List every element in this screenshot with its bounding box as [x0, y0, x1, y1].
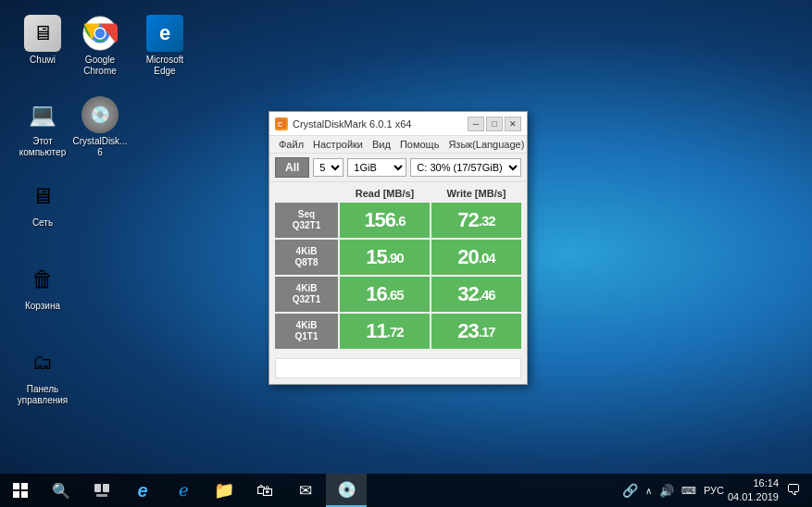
bench-row-4k-q32t1: 4KiBQ32T1 16.65 32.46 [275, 277, 521, 312]
desktop-icon-chrome[interactable]: GoogleChrome [69, 11, 131, 80]
header-col0 [275, 186, 338, 201]
row-label-4k-q8t8: 4KiBQ8T8 [275, 240, 338, 275]
taskbar-right: 🔗 ∧ 🔊 ⌨ РУС 16:14 04.01.2019 🗨 [622, 476, 812, 505]
taskbar-clock[interactable]: 16:14 04.01.2019 [728, 476, 779, 505]
notifications-button[interactable]: 🗨 [782, 482, 805, 499]
clock-date: 04.01.2019 [728, 490, 779, 504]
desktop: 🖥 Chuwi GoogleChrome e MicrosoftEd [0, 0, 812, 507]
all-button[interactable]: All [275, 157, 309, 178]
computer-label: Этоткомпьютер [19, 136, 66, 158]
write-seq: 72.32 [431, 203, 521, 238]
bench-row-4k-q8t8: 4KiBQ8T8 15.90 20.04 [275, 240, 521, 275]
minimize-button[interactable]: ─ [468, 117, 484, 131]
system-tray: 🔗 ∧ 🔊 ⌨ РУС [622, 483, 724, 498]
tray-network-icon: 🔗 [622, 483, 638, 498]
app-icon: C [275, 117, 288, 130]
svg-rect-9 [21, 491, 28, 498]
close-button[interactable]: ✕ [505, 117, 521, 131]
bench-row-seq: SeqQ32T1 156.6 72.32 [275, 203, 521, 238]
window-title-bar: C CrystalDiskMark 6.0.1 x64 ─ □ ✕ [269, 112, 527, 136]
tray-lang[interactable]: РУС [704, 485, 724, 496]
desktop-icon-computer[interactable]: 💻 Этоткомпьютер [11, 93, 74, 162]
taskbar-crystaldisk-active[interactable]: 💿 [326, 474, 367, 507]
menu-settings[interactable]: Настройки [309, 138, 367, 151]
tray-volume[interactable]: 🔊 [659, 484, 674, 498]
chuwi-label: Chuwi [30, 55, 56, 66]
tray-chevron[interactable]: ∧ [645, 486, 652, 496]
taskbar-mail[interactable]: ✉ [285, 474, 326, 507]
desktop-icon-trash[interactable]: 🗑 Корзина [11, 257, 74, 315]
write-4k-q8t8: 20.04 [431, 240, 521, 275]
svg-rect-6 [13, 483, 19, 489]
bench-row-4k-q1t1: 4KiBQ1T1 11.72 23.17 [275, 314, 521, 349]
svg-point-3 [95, 29, 105, 38]
search-button[interactable]: 🔍 [41, 474, 81, 507]
taskbar-explorer[interactable]: 📁 [204, 474, 244, 507]
menu-file[interactable]: Файл [275, 138, 307, 151]
crystaldisk-label: CrystalDisk...6 [73, 136, 128, 158]
network-label: Сеть [32, 217, 53, 229]
cpanel-label: Панельуправления [18, 384, 69, 406]
menu-view[interactable]: Вид [369, 138, 394, 151]
window-title: CrystalDiskMark 6.0.1 x64 [293, 118, 411, 130]
maximize-button[interactable]: □ [486, 117, 503, 131]
taskbar-store[interactable]: 🛍 [244, 474, 285, 507]
desktop-icon-chuwi[interactable]: 🖥 Chuwi [11, 11, 74, 69]
desktop-icon-network[interactable]: 🖥 Сеть [11, 174, 74, 232]
row-label-4k-q1t1: 4KiBQ1T1 [275, 314, 338, 349]
chrome-label: GoogleChrome [83, 55, 117, 77]
svg-rect-8 [13, 491, 19, 498]
desktop-icon-cpanel[interactable]: 🗂 Панельуправления [11, 340, 74, 410]
tray-keyboard: ⌨ [681, 485, 696, 497]
runs-select[interactable]: 5 13 [313, 158, 344, 177]
start-button[interactable] [0, 474, 41, 507]
taskbar: 🔍 e ℯ 📁 🛍 ✉ 💿 🔗 ∧ 🔊 ⌨ [0, 474, 812, 507]
svg-text:C: C [278, 121, 282, 128]
read-seq: 156.6 [340, 203, 430, 238]
svg-rect-11 [103, 484, 109, 492]
menu-help[interactable]: Помощь [396, 138, 443, 151]
read-4k-q32t1: 16.65 [340, 277, 430, 312]
toolbar: All 5 13 1GiB 512MiB4GiB C: 30% (17/57Gi… [269, 154, 527, 182]
crystaldiskmark-window: C CrystalDiskMark 6.0.1 x64 ─ □ ✕ Файл Н… [269, 111, 528, 385]
row-label-4k-q32t1: 4KiBQ32T1 [275, 277, 338, 312]
desktop-icon-crystaldisk[interactable]: 💿 CrystalDisk...6 [69, 93, 131, 162]
trash-label: Корзина [25, 301, 60, 312]
read-4k-q1t1: 11.72 [340, 314, 430, 349]
clock-time: 16:14 [728, 476, 779, 490]
header-read: Read [MB/s] [340, 186, 430, 201]
size-select[interactable]: 1GiB 512MiB4GiB [347, 158, 406, 177]
taskbar-edge[interactable]: e [122, 474, 163, 507]
edge-label: MicrosoftEdge [146, 55, 184, 77]
taskbar-ie[interactable]: ℯ [163, 474, 204, 507]
desktop-icon-edge[interactable]: e MicrosoftEdge [133, 11, 196, 80]
menu-language[interactable]: Язык(Language) [444, 138, 528, 151]
svg-rect-12 [96, 494, 107, 497]
svg-rect-10 [94, 484, 101, 492]
drive-select[interactable]: C: 30% (17/57GiB) [410, 158, 521, 177]
benchmark-grid: Read [MB/s] Write [MB/s] SeqQ32T1 156.6 … [269, 182, 527, 356]
row-label-seq: SeqQ32T1 [275, 203, 338, 238]
menu-bar: Файл Настройки Вид Помощь Язык(Language) [269, 136, 527, 154]
header-write: Write [MB/s] [431, 186, 521, 201]
status-bar [275, 358, 521, 378]
svg-rect-7 [21, 483, 28, 489]
write-4k-q32t1: 32.46 [431, 277, 521, 312]
read-4k-q8t8: 15.90 [340, 240, 430, 275]
bench-header-row: Read [MB/s] Write [MB/s] [275, 186, 521, 201]
write-4k-q1t1: 23.17 [431, 314, 521, 349]
taskview-button[interactable] [81, 474, 122, 507]
